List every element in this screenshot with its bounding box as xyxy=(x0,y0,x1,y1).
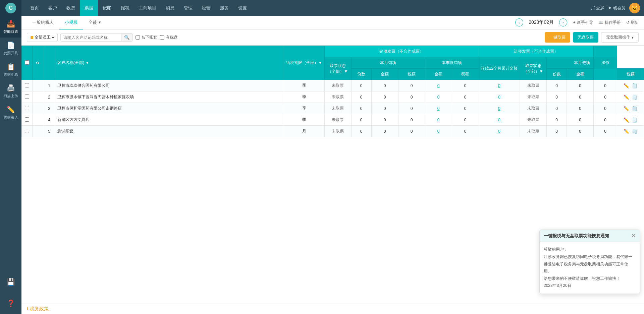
member-btn[interactable]: ▶ 畅会员 xyxy=(608,5,625,11)
data-table: ⚙ 客户名称(全部) ▼ 纳税期限（全部）▼ 销项发票（不合作成票） 进项发票（… xyxy=(21,46,644,137)
sub-account-checkbox[interactable] xyxy=(136,35,140,40)
next-month-btn[interactable]: › xyxy=(559,18,567,26)
row-check-3[interactable] xyxy=(22,114,33,126)
no-disk-fetch-btn[interactable]: 无盘取票 xyxy=(573,32,598,43)
row-check-0[interactable] xyxy=(22,80,33,91)
sidebar-item-help[interactable]: ❓ xyxy=(0,293,21,314)
view-icon-4[interactable]: 🗒️ xyxy=(632,129,637,134)
employee-filter-btn[interactable]: 全部员工 ▾ xyxy=(27,33,58,42)
search-button[interactable]: 🔍 xyxy=(121,34,132,41)
nav-accounting[interactable]: 记账 xyxy=(98,0,116,16)
row-purchase-status-0: 未取票 xyxy=(520,80,547,91)
col-header-period[interactable]: 纳税期限（全部）▼ xyxy=(284,46,324,80)
view-icon-2[interactable]: 🗒️ xyxy=(632,106,637,111)
sidebar-item-entry-label: 票据录入 xyxy=(3,115,18,120)
sidebar-item-issue[interactable]: 📄 发票开具 xyxy=(0,38,21,59)
search-input[interactable] xyxy=(61,34,121,41)
view-icon-1[interactable]: 🗒️ xyxy=(632,95,637,100)
sidebar-item-issue-label: 发票开具 xyxy=(3,51,18,56)
has-tax-checkbox-label[interactable]: 有税盘 xyxy=(160,35,178,40)
nav-business[interactable]: 工商项目 xyxy=(134,0,161,16)
nav-settings[interactable]: 设置 xyxy=(233,0,252,16)
refresh-btn[interactable]: ↺ 刷新 xyxy=(626,20,639,25)
fullscreen-btn[interactable]: ⛶ 全屏 xyxy=(591,5,604,11)
col-group-purchase: 进项发票（不合作成票） xyxy=(479,46,593,57)
col-header-purchase-status[interactable]: 取票状态（全部）▼ xyxy=(520,57,547,80)
prev-month-btn[interactable]: ‹ xyxy=(515,18,523,26)
row-s-quarterly-amount-4: 0 xyxy=(425,126,452,137)
nav-service[interactable]: 服务 xyxy=(215,0,233,16)
tab-all[interactable]: 全能 ▾ xyxy=(83,16,106,29)
edit-icon-3[interactable]: ✏️ xyxy=(624,117,629,123)
edit-icon-2[interactable]: ✏️ xyxy=(624,106,629,111)
sub-account-checkbox-label[interactable]: 名下账套 xyxy=(136,35,157,40)
tax-policy-link[interactable]: 税务政策 xyxy=(30,306,49,312)
tab-right-controls: ‹ 2023年02月 › ✦ 新手引导 📖 操作手册 ↺ 刷新 xyxy=(515,18,639,29)
sidebar-item-download[interactable]: 💾 xyxy=(0,271,21,293)
row-cumulative-3: 0 xyxy=(479,114,520,126)
row-settings-1[interactable] xyxy=(33,91,43,103)
nav-management[interactable]: 管理 xyxy=(179,0,197,16)
nav-invoice[interactable]: 票据 xyxy=(80,0,98,16)
one-click-fetch-btn[interactable]: 一键取票 xyxy=(545,32,570,43)
row-check-4[interactable] xyxy=(22,126,33,137)
row-name-4: 测试账套 xyxy=(55,126,284,137)
nav-home[interactable]: 首页 xyxy=(25,0,44,16)
view-icon-0[interactable]: 🗒️ xyxy=(632,83,637,88)
topnav-right: ⛶ 全屏 ▶ 畅会员 🐱 xyxy=(591,3,640,13)
row-check-2[interactable] xyxy=(22,103,33,114)
table-row: 3 卫辉市保和堂医药有限公司走辋路店 季 未取票 0 0 0 0 0 0 未取票… xyxy=(22,103,644,114)
table-row: 1 卫辉市玖玖健合医药有限公司 季 未取票 0 0 0 0 0 0 未取票 0 … xyxy=(22,80,644,91)
table-row: 5 测试账套 月 未取票 0 0 0 0 0 0 未取票 0 0 0 ✏️ 🗒️ xyxy=(22,126,644,137)
filter-dot xyxy=(31,36,33,39)
row-s-monthly-count-0: 0 xyxy=(351,80,371,91)
table-body: 1 卫辉市玖玖健合医药有限公司 季 未取票 0 0 0 0 0 0 未取票 0 … xyxy=(22,80,644,137)
edit-icon-0[interactable]: ✏️ xyxy=(624,83,629,88)
nav-message[interactable]: 消息 xyxy=(161,0,179,16)
notification-popup: 一键报税与无盘取票功能恢复通知 ✕ 尊敬的用户： 江苏政务网已恢复访问电子税务局… xyxy=(539,230,640,294)
tab-small[interactable]: 小规模 xyxy=(59,16,83,29)
select-all-checkbox[interactable] xyxy=(25,60,29,65)
edit-icon-1[interactable]: ✏️ xyxy=(624,95,629,100)
sidebar-item-scan[interactable]: 🖨️ 扫描上传 xyxy=(0,80,21,102)
row-s-monthly-tax-2: 0 xyxy=(398,103,425,114)
row-s-monthly-amount-4: 0 xyxy=(371,126,398,137)
row-p-monthly-tax-3: 0 xyxy=(594,114,617,126)
nav-tax[interactable]: 报税 xyxy=(116,0,134,16)
help-icon: ❓ xyxy=(7,299,15,307)
col-header-name[interactable]: 客户名称(全部) ▼ xyxy=(55,46,284,80)
notif-line3: 给您带来的不便敬请谅解，祝您工作愉快！ xyxy=(544,275,636,282)
row-num-4: 5 xyxy=(43,126,55,137)
scan-icon: 🖨️ xyxy=(7,84,15,92)
row-purchase-status-2: 未取票 xyxy=(520,103,547,114)
row-check-1[interactable] xyxy=(22,91,33,103)
nav-collection[interactable]: 收费 xyxy=(62,0,80,16)
row-cumulative-2: 0 xyxy=(479,103,520,114)
sidebar-item-summary[interactable]: 📋 票据汇总 xyxy=(0,59,21,80)
row-num-2: 3 xyxy=(43,103,55,114)
nav-operations[interactable]: 经营 xyxy=(197,0,215,16)
tab-general[interactable]: 一般纳税人 xyxy=(27,16,59,29)
col-header-sales-status[interactable]: 取票状态（全部）▼ xyxy=(324,57,351,80)
edit-icon-4[interactable]: ✏️ xyxy=(624,129,629,134)
tab-bar: 一般纳税人 小规模 全能 ▾ ‹ 2023年02月 › ✦ 新手引导 📖 操作手… xyxy=(21,16,644,29)
row-settings-3[interactable] xyxy=(33,114,43,126)
manual-btn[interactable]: 📖 操作手册 xyxy=(598,20,621,25)
sidebar-item-entry[interactable]: ✏️ 票据录入 xyxy=(0,102,21,123)
notif-date: 2023年3月20日 xyxy=(544,282,636,290)
view-icon-3[interactable]: 🗒️ xyxy=(632,117,637,123)
row-settings-0[interactable] xyxy=(33,80,43,91)
new-guide-btn[interactable]: ✦ 新手引导 xyxy=(573,20,593,25)
row-cumulative-0: 0 xyxy=(479,80,520,91)
has-tax-checkbox[interactable] xyxy=(160,35,164,40)
download-icon: 💾 xyxy=(7,278,15,286)
row-settings-4[interactable] xyxy=(33,126,43,137)
nav-customer[interactable]: 客户 xyxy=(44,0,62,16)
no-disk-ops-btn[interactable]: 无盘取票操作 ▾ xyxy=(601,32,639,43)
row-period-4: 月 xyxy=(284,126,324,137)
notification-close-btn[interactable]: ✕ xyxy=(631,233,636,239)
user-avatar[interactable]: 🐱 xyxy=(629,3,640,13)
sidebar-item-smart-fetch[interactable]: 📥 智能取票 xyxy=(0,16,21,38)
row-settings-2[interactable] xyxy=(33,103,43,114)
col-header-p-monthly-tax: 税额 xyxy=(617,69,644,80)
